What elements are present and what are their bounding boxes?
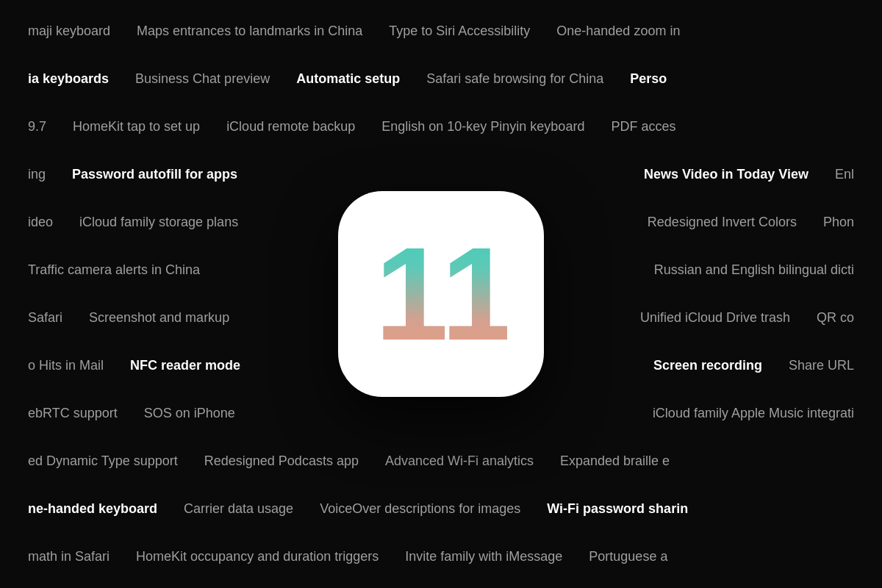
feature-text-3-1: Password autofill for apps (59, 165, 251, 184)
feature-text-4-1: iCloud family storage plans (66, 213, 251, 232)
feature-text-3-4: Enl (822, 165, 867, 184)
feature-row-10: ne-handed keyboardCarrier data usageVoic… (0, 500, 882, 518)
feature-text-6-0: Safari (15, 309, 76, 327)
feature-text-1-1: Business Chat preview (122, 70, 283, 88)
feature-text-10-1: Carrier data usage (171, 500, 306, 518)
feature-text-8-3: iCloud family Apple Music integrati (639, 404, 867, 423)
feature-text-10-0: ne-handed keyboard (15, 500, 171, 518)
feature-text-5-0: Traffic camera alerts in China (15, 261, 213, 279)
feature-row-3: ingPassword autofill for appsNews Video … (0, 165, 882, 184)
feature-text-4-4: Phon (810, 213, 867, 232)
feature-text-10-2: VoiceOver descriptions for images (306, 500, 534, 518)
feature-row-11: math in SafariHomeKit occupancy and dura… (0, 548, 882, 566)
feature-text-11-3: Portuguese a (576, 548, 681, 566)
feature-text-7-3: Screen recording (640, 356, 775, 375)
feature-row-9: ed Dynamic Type supportRedesigned Podcas… (0, 452, 882, 470)
feature-text-2-2: iCloud remote backup (213, 118, 368, 136)
logo-number: 11 (375, 228, 507, 360)
feature-text-5-2: Russian and English bilingual dicti (641, 261, 867, 279)
feature-text-3-0: ing (15, 165, 59, 184)
feature-text-1-2: Automatic setup (283, 70, 413, 88)
feature-text-1-4: Perso (617, 70, 680, 88)
feature-text-7-1: NFC reader mode (117, 356, 254, 375)
feature-text-4-3: Redesigned Invert Colors (634, 213, 810, 232)
feature-text-0-0: maji keyboard (15, 22, 123, 40)
feature-text-2-3: English on 10-key Pinyin keyboard (368, 118, 598, 136)
feature-row-1: ia keyboardsBusiness Chat previewAutomat… (0, 70, 882, 88)
feature-text-2-1: HomeKit tap to set up (60, 118, 213, 136)
feature-row-2: 9.7HomeKit tap to set upiCloud remote ba… (0, 118, 882, 136)
feature-text-9-1: Redesigned Podcasts app (191, 452, 372, 470)
feature-text-6-3: Unified iCloud Drive trash (627, 309, 803, 327)
ios11-logo: 11 (338, 191, 544, 397)
feature-text-0-3: One-handed zoom in (543, 22, 693, 40)
feature-text-9-3: Expanded braille e (547, 452, 683, 470)
feature-text-0-1: Maps entrances to landmarks in China (123, 22, 376, 40)
feature-text-8-1: SOS on iPhone (131, 404, 248, 423)
feature-row-0: maji keyboardMaps entrances to landmarks… (0, 22, 882, 40)
feature-text-1-0: ia keyboards (15, 70, 122, 88)
feature-text-11-2: Invite family with iMessage (392, 548, 576, 566)
feature-text-2-0: 9.7 (15, 118, 60, 136)
feature-text-11-1: HomeKit occupancy and duration triggers (123, 548, 392, 566)
feature-text-10-3: Wi-Fi password sharin (534, 500, 701, 518)
feature-text-0-2: Type to Siri Accessibility (376, 22, 543, 40)
feature-text-9-2: Advanced Wi-Fi analytics (372, 452, 547, 470)
feature-text-2-4: PDF acces (598, 118, 689, 136)
feature-text-6-4: QR co (803, 309, 867, 327)
feature-text-4-0: ideo (15, 213, 66, 232)
feature-row-8: ebRTC supportSOS on iPhoneiCloud family … (0, 404, 882, 423)
feature-text-8-0: ebRTC support (15, 404, 131, 423)
feature-text-7-0: o Hits in Mail (15, 356, 117, 375)
feature-text-6-1: Screenshot and markup (76, 309, 243, 327)
feature-text-7-4: Share URL (775, 356, 867, 375)
feature-text-3-3: News Video in Today View (631, 165, 822, 184)
feature-text-1-3: Safari safe browsing for China (413, 70, 617, 88)
feature-text-11-0: math in Safari (15, 548, 123, 566)
feature-text-9-0: ed Dynamic Type support (15, 452, 191, 470)
